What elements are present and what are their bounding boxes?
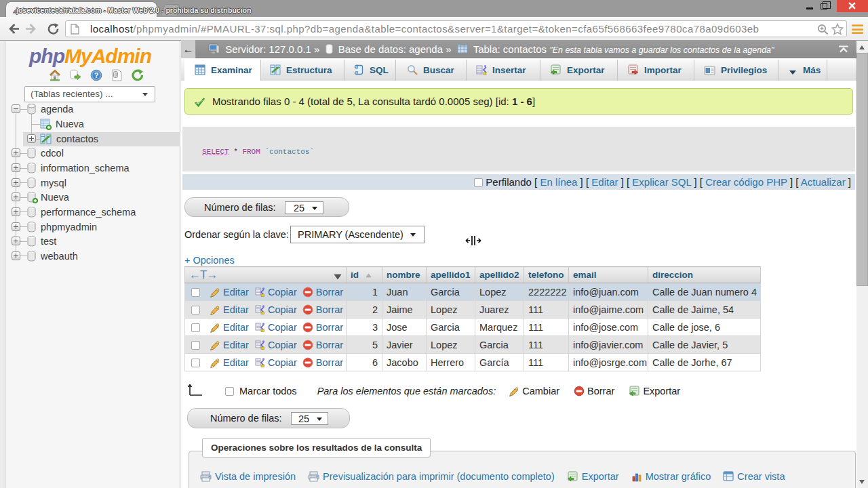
svg-text:?: ?	[94, 71, 99, 79]
